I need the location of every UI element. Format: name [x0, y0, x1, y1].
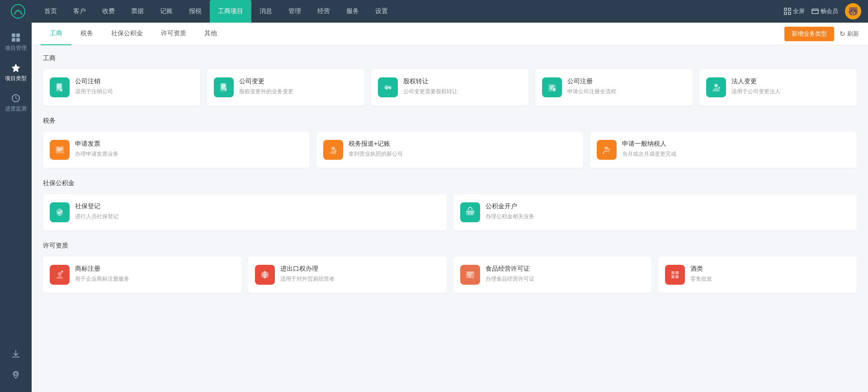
sidebar-location[interactable] [11, 364, 21, 385]
card-change-company[interactable]: 公司变更 股权变更外的业务变更 [207, 69, 364, 105]
food-license-info: 食品经营许可证 办理食品经营许可证 [486, 265, 645, 283]
svg-rect-1 [784, 8, 787, 10]
svg-point-29 [468, 213, 469, 215]
top-navigation: 首页 客户 收费 票据 记账 报税 工商项目 消息 管理 经营 服务 设置 全屏… [0, 0, 868, 23]
card-provident-fund[interactable]: 公积金开户 办理公积金相关业务 [453, 194, 857, 230]
gongshang-cards: 公司注销 适用于注销公司 公司变更 股权变更外的业务变更 [43, 69, 857, 105]
provident-fund-info: 公积金开户 办理公积金相关业务 [486, 202, 850, 220]
nav-service[interactable]: 服务 [338, 0, 367, 23]
equity-transfer-title: 股权转让 [403, 77, 522, 86]
card-social-security[interactable]: 社保登记 进行人员社保登记 [43, 194, 447, 230]
tab-gongshang[interactable]: 工商 [41, 23, 71, 45]
trademark-desc: 用于企业商标注册服务 [75, 275, 235, 283]
cancel-company-desc: 适用于注销公司 [75, 88, 193, 96]
provident-fund-desc: 办理公积金相关业务 [486, 213, 850, 220]
shuiwu-cards: 申请发票 办理申请发票业务 税务报道+记账 拿到营业执照的新公司 [43, 132, 857, 168]
provident-fund-icon [460, 202, 480, 222]
tab-other[interactable]: 其他 [195, 23, 226, 45]
member-label: 畅会员 [821, 7, 838, 15]
svg-point-27 [608, 148, 610, 151]
section-title-gongshang: 工商 [43, 54, 857, 62]
nav-customer[interactable]: 客户 [65, 0, 94, 23]
nav-accounting[interactable]: 记账 [152, 0, 181, 23]
register-company-title: 公司注册 [567, 77, 686, 86]
trademark-info: 商标注册 用于企业商标注册服务 [75, 265, 235, 283]
taxpayer-desc: 当月或次月成变更完成 [622, 150, 850, 158]
member-button[interactable]: 畅会员 [811, 7, 838, 15]
card-register-company[interactable]: 公司注册 申请公司注册全流程 [535, 69, 693, 105]
sidebar-label-progress: 进度监测 [5, 105, 27, 113]
svg-rect-7 [16, 33, 20, 37]
svg-point-12 [14, 373, 18, 376]
tax-report-icon [323, 140, 343, 160]
svg-rect-36 [671, 275, 675, 278]
section-title-shuiwu: 税务 [43, 117, 857, 125]
card-tax-report[interactable]: 税务报道+记账 拿到营业执照的新公司 [316, 132, 583, 168]
card-food-license[interactable]: 食品经营许可证 办理食品经营许可证 [453, 257, 652, 293]
card-equity-transfer[interactable]: $ $ 股权转让 公司变更需要股权转让 [371, 69, 528, 105]
sidebar-label-project-management: 项目管理 [5, 44, 27, 52]
fullscreen-label: 全屏 [793, 7, 805, 15]
svg-rect-6 [12, 33, 15, 37]
equity-transfer-info: 股权转让 公司变更需要股权转让 [403, 77, 522, 96]
alcohol-desc: 零售批发 [690, 275, 850, 283]
sidebar-label-project-type: 项目类型 [5, 75, 27, 82]
svg-rect-24 [56, 146, 64, 153]
nav-home[interactable]: 首页 [36, 0, 65, 23]
card-taxpayer[interactable]: 申请一般纳税人 当月或次月成变更完成 [590, 132, 857, 168]
cancel-company-info: 公司注销 适用于注销公司 [75, 77, 193, 96]
social-security-icon [50, 202, 70, 222]
card-legal-person[interactable]: 法人变更 适用于公司变更法人 [699, 69, 857, 105]
taxpayer-title: 申请一般纳税人 [622, 140, 850, 148]
sidebar-item-progress[interactable]: 进度监测 [0, 88, 32, 118]
taxpayer-info: 申请一般纳税人 当月或次月成变更完成 [622, 140, 850, 158]
tab-shuiwu[interactable]: 税务 [71, 23, 102, 45]
sidebar-item-project-type[interactable]: 项目类型 [0, 57, 32, 88]
user-avatar[interactable]: 🐻 [845, 3, 861, 19]
card-cancel-company[interactable]: 公司注销 适用于注销公司 [43, 69, 200, 105]
svg-rect-2 [788, 8, 791, 10]
svg-point-0 [11, 5, 25, 18]
nav-business[interactable]: 工商项目 [210, 0, 251, 23]
nav-invoice[interactable]: 票据 [123, 0, 152, 23]
sidebar-item-project-management[interactable]: 项目管理 [0, 27, 32, 57]
register-company-desc: 申请公司注册全流程 [567, 88, 686, 96]
taxpayer-icon [597, 140, 617, 160]
tab-shebao[interactable]: 社保公积金 [102, 23, 152, 45]
trademark-icon [50, 265, 70, 285]
svg-rect-4 [788, 12, 791, 14]
main-content: 工商 税务 社保公积金 许可资质 其他 新增业务类型 ↻ 刷新 工商 [32, 23, 868, 392]
invoice-info: 申请发票 办理申请发票业务 [75, 140, 303, 158]
card-trademark[interactable]: 商标注册 用于企业商标注册服务 [43, 257, 241, 293]
nav-tax[interactable]: 报税 [181, 0, 210, 23]
nav-operation[interactable]: 经营 [309, 0, 338, 23]
legal-person-title: 法人变更 [731, 77, 850, 86]
svg-text:$: $ [386, 86, 388, 90]
add-business-type-button[interactable]: 新增业务类型 [784, 27, 834, 41]
app-logo [5, 4, 32, 19]
tab-zizhi[interactable]: 许可资质 [152, 23, 195, 45]
svg-rect-3 [784, 12, 787, 14]
sidebar-download[interactable] [11, 344, 21, 364]
fullscreen-button[interactable]: 全屏 [784, 7, 805, 15]
svg-rect-28 [466, 210, 474, 215]
nav-manage[interactable]: 管理 [280, 0, 309, 23]
nav-charge[interactable]: 收费 [94, 0, 123, 23]
invoice-title: 申请发票 [75, 140, 303, 148]
change-company-desc: 股权变更外的业务变更 [239, 88, 358, 96]
card-invoice[interactable]: 申请发票 办理申请发票业务 [43, 132, 310, 168]
food-license-desc: 办理食品经营许可证 [486, 275, 645, 283]
refresh-label: 刷新 [847, 30, 859, 38]
nav-message[interactable]: 消息 [251, 0, 280, 23]
refresh-button[interactable]: ↻ 刷新 [840, 30, 859, 38]
legal-person-icon [706, 77, 726, 97]
social-security-info: 社保登记 进行人员社保登记 [75, 202, 440, 220]
svg-rect-8 [12, 38, 15, 42]
nav-settings[interactable]: 设置 [367, 0, 396, 23]
svg-rect-5 [812, 9, 818, 14]
svg-rect-35 [675, 271, 679, 274]
card-import-export[interactable]: 进出口权办理 适用于对外贸易经营者 [248, 257, 447, 293]
social-security-desc: 进行人员社保登记 [75, 213, 440, 220]
import-export-icon [255, 265, 275, 285]
card-alcohol[interactable]: 酒类 零售批发 [658, 257, 857, 293]
